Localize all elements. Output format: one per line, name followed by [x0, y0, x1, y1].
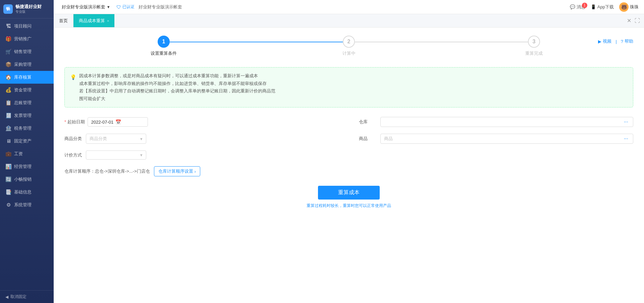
form-row-1: 起始日期 2022-07-01 📅 仓库 ···: [64, 117, 633, 127]
tab-cost-recalc[interactable]: 商品成本重算 ×: [73, 14, 115, 27]
sidebar-item-purchase[interactable]: 📦 采购管理: [0, 58, 54, 71]
purchase-icon: 📦: [5, 61, 11, 68]
topbar-account-name: 好业财专业版演示帐套: [139, 4, 182, 10]
content-area: 1 设置重算条件 2 计算中 3 重算完成 ▶: [54, 28, 644, 303]
sidebar-item-assets[interactable]: 🖥 固定资产: [0, 135, 54, 147]
price-method-select[interactable]: ▾: [86, 150, 146, 160]
sidebar-item-system[interactable]: ⚙ 系统管理: [0, 199, 54, 211]
message-badge: 1: [582, 3, 587, 8]
app-download-button[interactable]: 📱 App下载: [591, 4, 614, 10]
price-method-dropdown-icon: ▾: [140, 153, 143, 158]
start-date-label: 起始日期: [64, 119, 85, 125]
info-line-4: 围可能会扩大: [79, 95, 275, 103]
sidebar-item-marketing[interactable]: 🎁 营销推广: [0, 33, 54, 45]
sidebar-item-label: 小畅报销: [14, 176, 32, 182]
step-2-num: 2: [347, 39, 351, 45]
start-date-input[interactable]: 2022-07-01 📅: [88, 117, 148, 127]
sidebar-item-invoice[interactable]: 🧾 发票管理: [0, 109, 54, 122]
phone-icon: 📱: [591, 4, 596, 9]
sidebar-item-expense[interactable]: 🔄 小畅报销: [0, 173, 54, 186]
sidebar: 畅 畅捷通好业财 专业版 🏗 项目顾问 🎁 营销推广 🛒 销售管理 📦 采购管理…: [0, 0, 54, 303]
warehouse-order-row: 仓库计算顺序：总仓->深圳仓库->...->门店仓 仓库计算顺序设置 ›: [64, 166, 633, 176]
sidebar-item-business[interactable]: 📊 经营管理: [0, 160, 54, 173]
accounting-icon: 📋: [5, 100, 11, 106]
username-label: 珠珠: [630, 4, 639, 10]
warehouse-label: 仓库: [359, 119, 378, 125]
sidebar-item-accounting[interactable]: 📋 总账管理: [0, 96, 54, 109]
sidebar-item-label: 经营管理: [14, 164, 32, 170]
user-profile[interactable]: 🐻 珠珠: [619, 2, 639, 12]
warehouse-order-settings-button[interactable]: 仓库计算顺序设置 ›: [154, 166, 200, 176]
sidebar-item-label: 基础信息: [14, 189, 32, 195]
step-3-circle: 3: [528, 36, 540, 48]
sidebar-nav: 🏗 项目顾问 🎁 营销推广 🛒 销售管理 📦 采购管理 🏠 库存核算 💰 资金管…: [0, 18, 54, 290]
account-name: 好业财专业版演示帐套: [62, 4, 105, 10]
business-icon: 📊: [5, 164, 11, 170]
sidebar-item-label: 库存核算: [14, 74, 32, 80]
cancel-pin-label: 取消固定: [10, 294, 26, 300]
step-3-num: 3: [533, 39, 536, 45]
recalc-button[interactable]: 重算成本: [318, 186, 380, 200]
app-edition: 专业版: [15, 9, 42, 14]
form-row-3: 计价方式 ▾: [64, 150, 633, 160]
tabbar: 首页 商品成本重算 × ✕ ⛶: [54, 14, 644, 28]
inventory-icon: 🏠: [5, 74, 11, 80]
cancel-pin-button[interactable]: ◀ 取消固定: [0, 290, 54, 303]
step-1: 1 设置重算条件: [71, 36, 256, 56]
verified-badge: 🛡 已认证: [116, 4, 135, 10]
help-button[interactable]: ? 帮助: [621, 38, 633, 44]
start-date-value: 2022-07-01: [91, 120, 114, 125]
category-placeholder: 商品分类: [90, 136, 107, 142]
message-button[interactable]: 💬 消息 1: [570, 4, 585, 10]
goods-label: 商品: [359, 136, 378, 142]
form-row-2: 商品分类 商品分类 ▾ 商品 商品 ···: [64, 134, 633, 144]
sidebar-item-inventory[interactable]: 🏠 库存核算: [0, 71, 54, 84]
sidebar-item-finance[interactable]: 💰 资金管理: [0, 84, 54, 96]
app-title-block: 畅捷通好业财 专业版: [15, 4, 42, 14]
maximize-window-icon[interactable]: ⛶: [635, 18, 640, 24]
category-field: 商品分类 商品分类 ▾: [64, 134, 339, 144]
avatar: 🐻: [619, 2, 629, 12]
salary-icon: 💼: [5, 151, 11, 157]
warehouse-more-icon[interactable]: ···: [623, 119, 630, 125]
sidebar-item-tax[interactable]: 🏦 税务管理: [0, 122, 54, 135]
video-help-button[interactable]: ▶ 视频: [598, 38, 611, 44]
info-line-2: 成本重算过程中，影响库存账的操作均不能操作，比如进货单、销货单、库存单据不能审核…: [79, 80, 275, 88]
goods-more-icon[interactable]: ···: [623, 136, 630, 142]
warehouse-input[interactable]: ···: [380, 117, 633, 127]
info-line-3: 若【系统设置】中启用了自动调整记账日期时，会调整入库单的整单记账日期，因此重新计…: [79, 87, 275, 95]
steps-container: 1 设置重算条件 2 计算中 3 重算完成 ▶: [64, 36, 633, 56]
sidebar-item-label: 系统管理: [14, 202, 32, 208]
close-window-icon[interactable]: ✕: [627, 17, 631, 24]
sidebar-item-sales[interactable]: 🛒 销售管理: [0, 45, 54, 58]
finance-icon: 💰: [5, 87, 11, 93]
sales-icon: 🛒: [5, 49, 11, 55]
step-1-num: 1: [162, 39, 165, 45]
goods-input[interactable]: 商品 ···: [380, 134, 633, 144]
sidebar-item-project[interactable]: 🏗 项目顾问: [0, 20, 54, 33]
marketing-icon: 🎁: [5, 36, 11, 42]
goods-field: 商品 商品 ···: [359, 134, 633, 144]
divider: |: [615, 39, 616, 44]
warehouse-order-btn-label: 仓库计算顺序设置: [158, 168, 193, 174]
step-3-label: 重算完成: [525, 50, 543, 56]
tax-icon: 🏦: [5, 125, 11, 131]
account-selector[interactable]: 好业财专业版演示帐套 ▾: [59, 3, 112, 11]
step-2-label: 计算中: [342, 50, 356, 56]
recalc-section: 重算成本 重算过程耗时较长，重算时您可以正常使用产品: [64, 186, 633, 209]
tab-close-icon[interactable]: ×: [107, 19, 109, 23]
info-box: 💡 因成本计算参数调整，或是对商品成本有疑问时，可以通过成本重算功能，重新计算一…: [64, 67, 633, 107]
active-tab-label: 商品成本重算: [79, 18, 105, 24]
sidebar-item-salary[interactable]: 💼 工资: [0, 147, 54, 160]
sidebar-item-label: 总账管理: [14, 100, 32, 106]
step-2-circle: 2: [343, 36, 355, 48]
calendar-icon[interactable]: 📅: [115, 119, 121, 125]
price-method-label: 计价方式: [64, 152, 83, 158]
pin-icon: ◀: [5, 295, 8, 299]
category-select[interactable]: 商品分类 ▾: [86, 134, 146, 144]
tab-home[interactable]: 首页: [54, 14, 73, 27]
price-method-field: 计价方式 ▾: [64, 150, 633, 160]
video-label: 视频: [603, 38, 611, 44]
sidebar-item-basic[interactable]: 📑 基础信息: [0, 186, 54, 199]
step-2: 2 计算中: [256, 36, 441, 56]
